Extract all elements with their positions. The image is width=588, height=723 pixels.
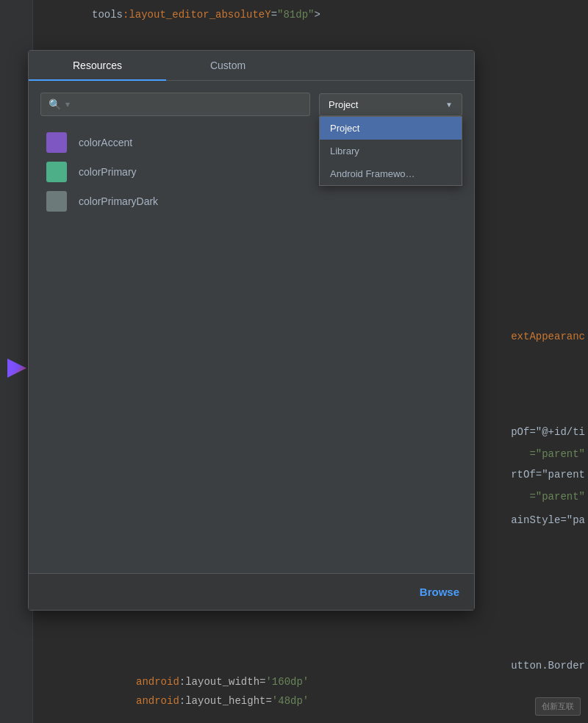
code-bottom-2: android:layout_width='160dp' (136, 676, 588, 688)
dialog-footer: Browse (29, 573, 474, 610)
resources-dialog: Resources Custom 🔍 ▾ Project ▼ (28, 50, 475, 611)
dropdown-item-project[interactable]: Project (320, 117, 462, 140)
code-fragment-4: rtOf="parent (511, 469, 588, 481)
code-fragment-1: extAppearanc (511, 331, 588, 342)
code-fragment-5: ="parent" (529, 491, 588, 503)
code-bottom-3: android:layout_height='48dp' (136, 695, 588, 707)
scope-selected-label: Project (329, 99, 358, 110)
controls-row: 🔍 ▾ Project ▼ Project Library (40, 93, 462, 116)
list-item[interactable]: colorPrimaryDark (40, 187, 462, 216)
code-line-top: tools:layout_editor_absoluteY="81dp"> (77, 9, 335, 21)
search-dropdown-arrow: ▾ (65, 99, 70, 109)
color-swatch-primary (46, 162, 67, 182)
dropdown-item-android-framework[interactable]: Android Framewo… (320, 162, 462, 185)
search-input[interactable] (74, 99, 302, 110)
kotlin-icon (7, 359, 26, 378)
code-fragment-2: pOf="@+id/ti (511, 426, 588, 438)
scope-dropdown-button[interactable]: Project ▼ (319, 93, 462, 116)
browse-button[interactable]: Browse (420, 586, 459, 598)
color-name-primary-dark: colorPrimaryDark (79, 195, 158, 207)
chevron-down-icon: ▼ (445, 101, 453, 109)
scope-dropdown-menu: Project Library Android Framewo… (319, 116, 462, 186)
color-name-accent: colorAccent (79, 137, 132, 148)
dialog-tabs: Resources Custom (29, 51, 474, 81)
code-fragment-6: ainStyle="pa (511, 514, 588, 526)
dropdown-item-library[interactable]: Library (320, 140, 462, 162)
tab-custom[interactable]: Custom (166, 51, 290, 80)
code-bottom-1: utton.Border (511, 660, 588, 672)
color-swatch-primary-dark (46, 191, 67, 212)
watermark: 创新互联 (535, 697, 581, 716)
dialog-body: 🔍 ▾ Project ▼ Project Library (29, 81, 474, 610)
color-name-primary: colorPrimary (79, 166, 137, 178)
code-fragment-3: ="parent" (529, 448, 588, 460)
tab-resources[interactable]: Resources (29, 51, 166, 80)
scope-dropdown-wrapper: Project ▼ Project Library Android Framew… (319, 93, 462, 116)
search-box[interactable]: 🔍 ▾ (40, 93, 310, 116)
search-icon: 🔍 (49, 98, 61, 110)
color-swatch-accent (46, 132, 67, 153)
